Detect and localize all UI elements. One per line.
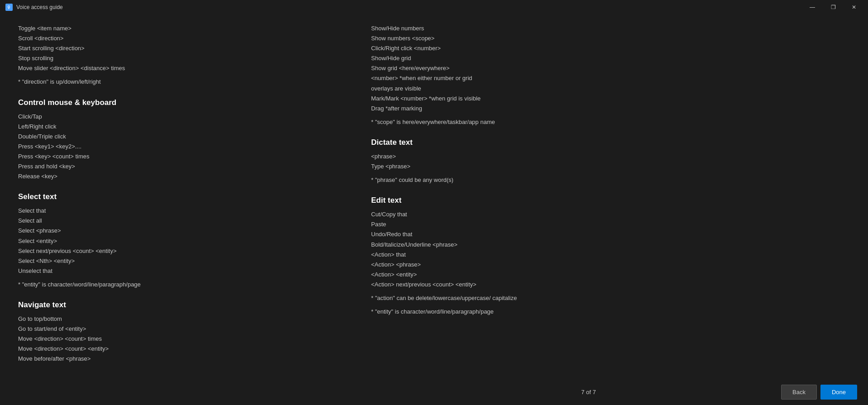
left-column: Toggle <item name> Scroll <direction> St…: [18, 24, 362, 370]
edit-item-2: Undo/Redo that: [371, 229, 706, 239]
navigate-item-1: Go to start/end of <entity>: [18, 324, 344, 334]
section-dictate-text-title: Dictate text: [371, 138, 706, 147]
edit-item-7: <Action> next/previous <count> <entity>: [371, 280, 706, 290]
control-item-4: Press <key> <count> times: [18, 152, 344, 162]
edit-item-4: <Action> that: [371, 250, 706, 260]
top-item-1: Scroll <direction>: [18, 33, 344, 43]
section-select-text: Select text Select that Select all Selec…: [18, 192, 344, 290]
navigate-item-0: Go to top/bottom: [18, 314, 344, 324]
section-navigate-text-title: Navigate text: [18, 300, 344, 310]
right-top-item-5: <number> *when either number or grid: [371, 73, 706, 83]
right-top-item-7: Mark/Mark <number> *when grid is visible: [371, 94, 706, 104]
title-bar-controls: — ❐ ✕: [802, 0, 864, 14]
select-item-5: Select <Nth> <entity>: [18, 256, 344, 266]
window-title: Voice access guide: [16, 4, 63, 10]
right-top-item-6: overlays are visible: [371, 84, 706, 94]
section-edit-text: Edit text Cut/Copy that Paste Undo/Redo …: [371, 196, 706, 317]
restore-button[interactable]: ❐: [823, 0, 844, 14]
right-top-item-8: Drag *after marking: [371, 104, 706, 114]
select-item-4: Select next/previous <count> <entity>: [18, 246, 344, 256]
window: 🎙 Voice access guide — ❐ ✕ Toggle <item …: [0, 0, 868, 405]
edit-item-6: <Action> <entity>: [371, 270, 706, 280]
right-top-note: * "scope" is here/everywhere/taskbar/app…: [371, 117, 706, 127]
page-indicator: 7 of 7: [396, 389, 781, 395]
right-top-item-2: Click/Right click <number>: [371, 43, 706, 53]
minimize-button[interactable]: —: [802, 0, 823, 14]
control-item-5: Press and hold <key>: [18, 162, 344, 172]
control-item-2: Double/Triple click: [18, 132, 344, 142]
top-item-0: Toggle <item name>: [18, 24, 344, 33]
top-item-4: Move slider <direction> <distance> times: [18, 63, 344, 73]
top-items-section: Toggle <item name> Scroll <direction> St…: [18, 24, 344, 87]
section-navigate-text: Navigate text Go to top/bottom Go to sta…: [18, 300, 344, 370]
top-note: * "direction" is up/down/left/right: [18, 77, 344, 87]
section-dictate-text: Dictate text <phrase> Type <phrase> * "p…: [371, 138, 706, 185]
edit-item-3: Bold/Italicize/Underline <phrase>: [371, 240, 706, 250]
content-area: Toggle <item name> Scroll <direction> St…: [0, 14, 868, 379]
edit-note-0: * "action" can be delete/lowercase/upper…: [371, 293, 706, 303]
right-top-item-1: Show numbers <scope>: [371, 33, 706, 43]
select-note: * "entity" is character/word/line/paragr…: [18, 280, 344, 290]
title-bar: 🎙 Voice access guide — ❐ ✕: [0, 0, 868, 14]
section-control-mouse: Control mouse & keyboard Click/Tap Left/…: [18, 98, 344, 182]
control-item-6: Release <key>: [18, 172, 344, 181]
select-item-6: Unselect that: [18, 266, 344, 276]
select-item-2: Select <phrase>: [18, 226, 344, 236]
footer-buttons: Back Done: [781, 385, 857, 400]
control-item-3: Press <key1> <key2>....: [18, 142, 344, 152]
app-icon: 🎙: [5, 4, 13, 11]
edit-item-5: <Action> <phrase>: [371, 260, 706, 270]
footer: 7 of 7 Back Done: [0, 379, 868, 405]
done-button[interactable]: Done: [820, 385, 857, 400]
right-column: Show/Hide numbers Show numbers <scope> C…: [362, 24, 706, 370]
dictate-note: * "phrase" could be any word(s): [371, 175, 706, 185]
right-top-items-section: Show/Hide numbers Show numbers <scope> C…: [371, 24, 706, 127]
control-item-0: Click/Tap: [18, 112, 344, 122]
top-item-3: Stop scrolling: [18, 53, 344, 63]
top-item-2: Start scrolling <direction>: [18, 43, 344, 53]
dictate-item-0: <phrase>: [371, 152, 706, 162]
navigate-item-4: Move before/after <phrase>: [18, 354, 344, 364]
navigate-note-0: * "entity" is character/word/line/paragr…: [18, 367, 344, 370]
edit-item-1: Paste: [371, 219, 706, 229]
select-item-0: Select that: [18, 206, 344, 216]
dictate-item-1: Type <phrase>: [371, 162, 706, 172]
section-edit-text-title: Edit text: [371, 196, 706, 205]
title-bar-left: 🎙 Voice access guide: [5, 4, 63, 11]
navigate-item-2: Move <direction> <count> times: [18, 334, 344, 344]
back-button[interactable]: Back: [781, 385, 817, 400]
select-item-3: Select <entity>: [18, 236, 344, 246]
right-top-item-0: Show/Hide numbers: [371, 24, 706, 33]
right-top-item-3: Show/Hide grid: [371, 53, 706, 63]
section-control-mouse-title: Control mouse & keyboard: [18, 98, 344, 107]
control-item-1: Left/Right click: [18, 122, 344, 132]
edit-item-0: Cut/Copy that: [371, 210, 706, 219]
navigate-item-3: Move <direction> <count> <entity>: [18, 344, 344, 354]
close-button[interactable]: ✕: [844, 0, 864, 14]
section-select-text-title: Select text: [18, 192, 344, 201]
select-item-1: Select all: [18, 216, 344, 226]
edit-note-1: * "entity" is character/word/line/paragr…: [371, 307, 706, 317]
right-top-item-4: Show grid <here/everywhere>: [371, 63, 706, 73]
